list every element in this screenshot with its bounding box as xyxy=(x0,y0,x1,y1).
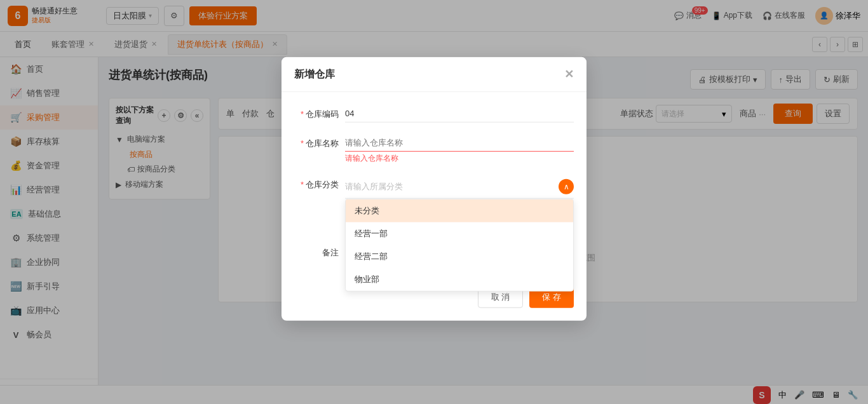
code-label: 仓库编码 xyxy=(294,105,345,120)
name-control: 请输入仓库名称 xyxy=(345,134,574,164)
warehouse-category-row: 仓库分类 请输入所属分类 ∧ 未分类 经营一部 经营二部 物业部 xyxy=(294,175,574,199)
category-select[interactable]: 请输入所属分类 ∧ xyxy=(345,175,574,199)
dropdown-item-2[interactable]: 经营二部 xyxy=(346,245,573,268)
dropdown-item-1[interactable]: 经营一部 xyxy=(346,222,573,245)
name-error-message: 请输入仓库名称 xyxy=(345,153,574,164)
modal-header: 新增仓库 ✕ xyxy=(281,57,587,92)
warehouse-name-row: 仓库名称 请输入仓库名称 xyxy=(294,134,574,164)
category-label: 仓库分类 xyxy=(294,175,345,191)
code-control xyxy=(345,105,574,123)
category-dropdown-toggle[interactable]: ∧ xyxy=(559,179,574,194)
category-control: 请输入所属分类 ∧ 未分类 经营一部 经营二部 物业部 xyxy=(345,175,574,199)
warehouse-code-row: 仓库编码 xyxy=(294,105,574,123)
category-dropdown-list: 未分类 经营一部 经营二部 物业部 xyxy=(345,199,574,292)
modal-close-button[interactable]: ✕ xyxy=(564,67,574,81)
dropdown-item-0[interactable]: 未分类 xyxy=(346,199,573,222)
note-label: 备注 xyxy=(294,243,345,259)
dropdown-item-3[interactable]: 物业部 xyxy=(346,268,573,291)
modal-title: 新增仓库 xyxy=(294,67,335,81)
warehouse-code-input[interactable] xyxy=(345,105,574,123)
name-label: 仓库名称 xyxy=(294,134,345,149)
new-warehouse-modal: 新增仓库 ✕ 仓库编码 仓库名称 请输入仓库名称 仓库分类 请输入所属分类 ∧ xyxy=(281,57,587,321)
modal-body: 仓库编码 仓库名称 请输入仓库名称 仓库分类 请输入所属分类 ∧ xyxy=(281,92,587,279)
category-placeholder: 请输入所属分类 xyxy=(345,181,403,192)
warehouse-name-input[interactable] xyxy=(345,134,574,152)
